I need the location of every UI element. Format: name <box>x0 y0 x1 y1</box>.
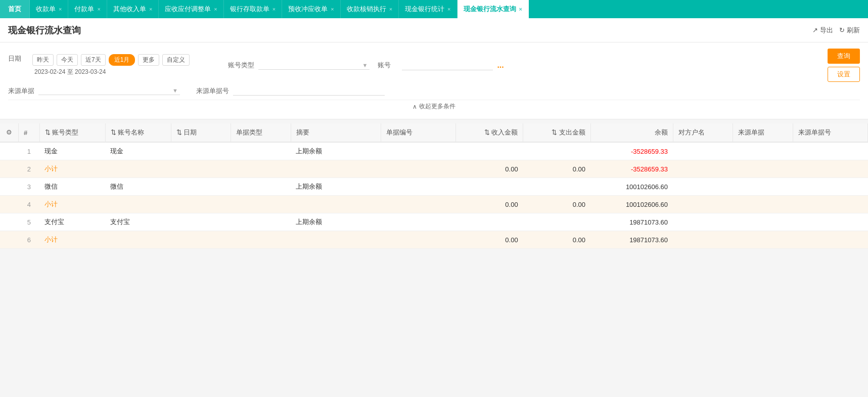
row-acct-type: 微信 <box>39 178 105 196</box>
row-income <box>455 142 523 160</box>
nav-tab-bank-stats[interactable]: 现金银行统计 × <box>399 0 457 18</box>
acct-no-label: 账号 <box>378 61 398 70</box>
table-row: 3 微信 微信 上期余额 100102606.60 <box>0 178 868 196</box>
acct-no-input[interactable] <box>402 61 493 70</box>
row-expense <box>523 213 590 231</box>
sort-icon[interactable]: ⇅ <box>552 128 557 136</box>
close-icon[interactable]: × <box>214 6 217 12</box>
sort-icon[interactable]: ⇅ <box>176 128 182 136</box>
nav-tab-prepay[interactable]: 预收冲应收单 × <box>282 0 340 18</box>
chevron-down-icon: ▼ <box>172 87 178 94</box>
export-button[interactable]: ↗ 导出 <box>812 26 833 35</box>
close-icon[interactable]: × <box>272 6 276 12</box>
close-icon[interactable]: × <box>519 6 522 12</box>
column-acct-name: ⇅ 账号名称 <box>105 123 171 142</box>
row-doc-no <box>381 142 455 160</box>
row-counterpart <box>673 142 733 160</box>
sort-icon[interactable]: ⇅ <box>484 128 490 136</box>
row-counterpart <box>673 160 733 178</box>
row-number: 3 <box>19 178 40 196</box>
column-income: ⇅ 收入金额 <box>455 123 523 142</box>
row-counterpart <box>673 231 733 249</box>
src-doc-filter-group: 来源单据 ▼ <box>8 86 180 96</box>
close-icon[interactable]: × <box>331 6 334 12</box>
src-doc-no-input[interactable] <box>233 86 385 96</box>
column-acct-type: ⇅ 账号类型 <box>39 123 105 142</box>
row-doc-type <box>231 160 291 178</box>
row-date <box>171 231 231 249</box>
row-doc-type <box>231 196 291 213</box>
close-icon[interactable]: × <box>97 6 100 12</box>
collapse-button[interactable]: ∧ 收起更多条件 <box>8 100 860 113</box>
row-date <box>171 178 231 196</box>
row-date <box>171 160 231 178</box>
row-counterpart <box>673 178 733 196</box>
date-range-display: 2023-02-24 至 2023-03-24 <box>34 68 190 76</box>
refresh-icon: ↻ <box>839 26 845 34</box>
column-summary: 摘要 <box>291 123 381 142</box>
row-balance: 100102606.60 <box>590 196 673 213</box>
close-icon[interactable]: × <box>59 6 62 12</box>
close-icon[interactable]: × <box>149 6 152 12</box>
src-doc-no-filter-group: 来源单据号 <box>196 86 385 96</box>
row-income: 0.00 <box>455 160 523 178</box>
row-doc-type <box>231 178 291 196</box>
sort-icon[interactable]: ⇅ <box>45 128 51 136</box>
row-number: 5 <box>19 213 40 231</box>
nav-tab-adjust[interactable]: 应收应付调整单 × <box>159 0 223 18</box>
date-btn-custom[interactable]: 自定义 <box>162 54 190 66</box>
dots-button[interactable]: ... <box>497 61 504 70</box>
row-balance: -3528659.33 <box>590 142 673 160</box>
row-src-doc-no <box>793 213 867 231</box>
settings-button[interactable]: 设置 <box>828 67 860 82</box>
nav-home-label: 首页 <box>8 5 21 14</box>
table-row: 5 支付宝 支付宝 上期余额 19871073.60 <box>0 213 868 231</box>
row-income: 0.00 <box>455 231 523 249</box>
row-gear <box>0 231 19 249</box>
query-button[interactable]: 查询 <box>828 49 860 64</box>
table-row: 4 小计 0.00 0.00 100102606.60 <box>0 196 868 213</box>
nav-tab-receipts[interactable]: 收款单 × <box>30 0 68 18</box>
row-doc-type <box>231 231 291 249</box>
row-number: 4 <box>19 196 40 213</box>
table-row: 2 小计 0.00 0.00 -3528659.33 <box>0 160 868 178</box>
row-date <box>171 196 231 213</box>
gear-icon[interactable]: ⚙ <box>5 128 13 137</box>
table-body: 1 现金 现金 上期余额 -3528659.33 2 小计 0.00 0.00 … <box>0 142 868 249</box>
row-balance: 19871073.60 <box>590 213 673 231</box>
row-balance: 19871073.60 <box>590 231 673 249</box>
table-header-row: ⚙ # ⇅ 账号类型 ⇅ 账号名称 ⇅ 日期 单据类型 <box>0 123 868 142</box>
date-btn-more[interactable]: 更多 <box>138 54 159 66</box>
row-expense: 0.00 <box>523 231 590 249</box>
sort-icon[interactable]: ⇅ <box>111 128 116 136</box>
nav-tab-other-income[interactable]: 其他收入单 × <box>107 0 159 18</box>
nav-tab-label: 其他收入单 <box>113 5 146 14</box>
column-src-doc: 来源单据 <box>733 123 793 142</box>
nav-tab-label: 现金银行流水查询 <box>464 5 516 14</box>
nav-tab-payments[interactable]: 付款单 × <box>68 0 107 18</box>
row-expense <box>523 178 590 196</box>
date-btn-yesterday[interactable]: 昨天 <box>32 54 54 66</box>
data-table-wrapper: ⚙ # ⇅ 账号类型 ⇅ 账号名称 ⇅ 日期 单据类型 <box>0 123 868 249</box>
nav-tab-bank-deposit[interactable]: 银行存取款单 × <box>224 0 282 18</box>
row-number: 6 <box>19 231 40 249</box>
row-acct-name: 现金 <box>105 142 171 160</box>
nav-tab-bank-flow[interactable]: 现金银行流水查询 × <box>458 0 529 18</box>
close-icon[interactable]: × <box>447 6 450 12</box>
column-gear: ⚙ <box>0 123 19 142</box>
acct-type-select[interactable]: ▼ <box>258 61 370 70</box>
nav-tab-verify[interactable]: 收款核销执行 × <box>341 0 399 18</box>
nav-home[interactable]: 首页 <box>0 0 30 18</box>
date-btn-today[interactable]: 今天 <box>57 54 78 66</box>
data-table: ⚙ # ⇅ 账号类型 ⇅ 账号名称 ⇅ 日期 单据类型 <box>0 123 868 249</box>
date-btn-1month[interactable]: 近1月 <box>109 54 135 66</box>
page-title: 现金银行流水查询 <box>8 24 81 36</box>
row-src-doc <box>733 178 793 196</box>
row-doc-no <box>381 178 455 196</box>
row-acct-type: 支付宝 <box>39 213 105 231</box>
close-icon[interactable]: × <box>389 6 392 12</box>
column-rownum: # <box>19 123 40 142</box>
date-btn-7days[interactable]: 近7天 <box>81 54 106 66</box>
refresh-button[interactable]: ↻ 刷新 <box>839 26 860 35</box>
src-doc-select[interactable]: ▼ <box>38 86 180 95</box>
